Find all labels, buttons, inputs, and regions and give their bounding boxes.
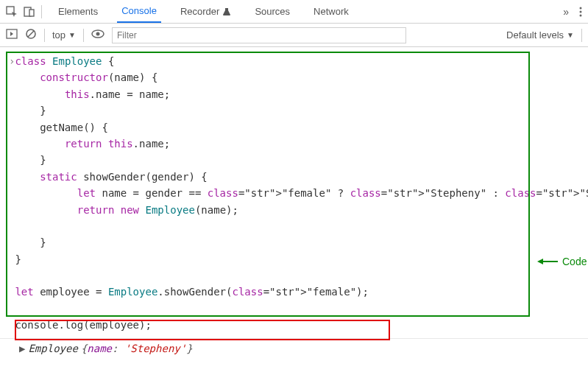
code-block: class Employee { constructor(name) { thi… [15, 53, 588, 334]
arrow-left-icon [537, 257, 558, 266]
console-body: › class Employee { constructor(name) { t… [0, 47, 588, 358]
panel-tabs: Elements Console Recorder Sources Networ… [54, 0, 353, 23]
tab-network[interactable]: Network [309, 0, 353, 23]
divider [44, 29, 45, 42]
tab-sources[interactable]: Sources [250, 0, 294, 23]
device-toggle-icon[interactable] [24, 6, 35, 18]
output-object-body: {name: 'Stepheny'} [81, 340, 193, 357]
tab-console[interactable]: Console [117, 0, 161, 23]
log-levels-label: Default levels [506, 29, 564, 41]
sidebar-toggle-icon[interactable] [6, 29, 18, 41]
svg-line-8 [28, 31, 34, 37]
divider [41, 5, 42, 18]
svg-point-10 [96, 32, 99, 36]
console-toolbar: top ▼ Default levels ▼ [0, 24, 588, 47]
output-class-name: Employee [28, 340, 77, 357]
code-annotation: Code [537, 253, 587, 270]
input-prompt-icon: › [9, 53, 15, 69]
svg-point-5 [580, 14, 582, 16]
chevron-down-icon: ▼ [567, 31, 574, 39]
live-expression-icon[interactable] [91, 29, 105, 41]
divider [581, 29, 582, 42]
clear-console-icon[interactable] [25, 28, 37, 42]
expand-triangle-icon[interactable]: ▶ [19, 340, 25, 357]
console-input-row[interactable]: › class Employee { constructor(name) { t… [0, 52, 588, 335]
context-selector[interactable]: top ▼ [52, 29, 76, 41]
tab-elements[interactable]: Elements [54, 0, 102, 23]
svg-point-4 [580, 10, 582, 13]
svg-rect-2 [29, 10, 34, 16]
filter-input[interactable] [112, 27, 406, 43]
inspect-icon[interactable] [6, 6, 18, 18]
tab-recorder-label: Recorder [180, 6, 219, 17]
more-tabs-button[interactable]: » [563, 6, 569, 18]
code-annotation-label: Code [562, 253, 587, 270]
tab-recorder[interactable]: Recorder [176, 0, 235, 23]
context-selector-label: top [52, 29, 65, 41]
flask-icon [222, 7, 231, 16]
divider [83, 29, 84, 42]
svg-point-3 [580, 7, 582, 9]
log-levels-selector[interactable]: Default levels ▼ [506, 29, 574, 41]
chevron-down-icon: ▼ [68, 31, 76, 39]
console-output-row[interactable]: ▶ Employee {name: 'Stepheny'} [0, 339, 588, 358]
devtools-main-toolbar: Elements Console Recorder Sources Networ… [0, 0, 588, 24]
settings-icon[interactable] [579, 7, 582, 17]
